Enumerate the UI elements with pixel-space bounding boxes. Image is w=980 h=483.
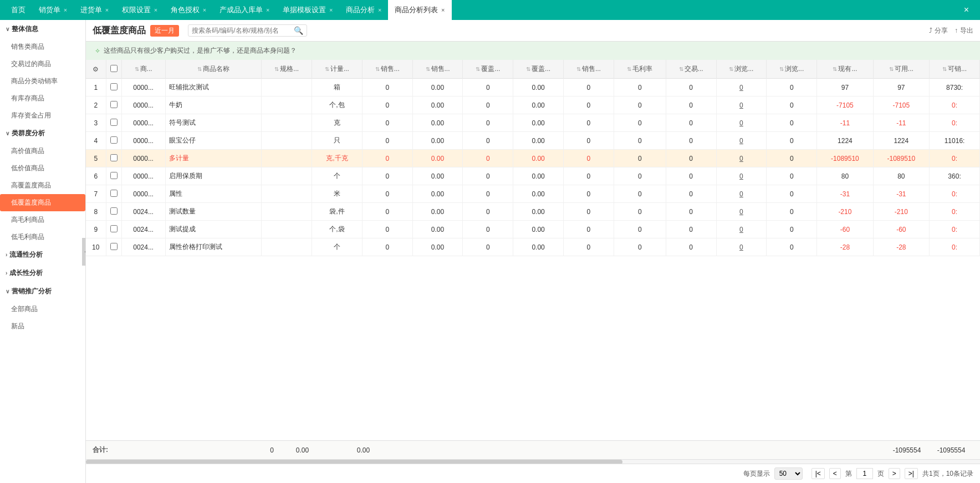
sidebar-item-stock-goods[interactable]: 有库存商品 bbox=[0, 90, 85, 107]
view1-link[interactable]: 0 bbox=[739, 137, 743, 145]
nav-purchase[interactable]: 进货单 × bbox=[74, 0, 115, 20]
sidebar-item-low-profit[interactable]: 低毛利商品 bbox=[0, 228, 85, 246]
view1-link[interactable]: 0 bbox=[739, 84, 743, 91]
cell-view1[interactable]: 0 bbox=[716, 114, 767, 132]
col-stock1[interactable]: ⇅现有... bbox=[817, 60, 873, 79]
view1-link[interactable]: 0 bbox=[739, 243, 743, 251]
cell-view1[interactable]: 0 bbox=[716, 203, 767, 221]
nav-goods-analysis-list[interactable]: 商品分析列表 × bbox=[388, 0, 451, 20]
sidebar-item-stock-capital[interactable]: 库存资金占用 bbox=[0, 107, 85, 124]
row-checkbox[interactable] bbox=[110, 172, 118, 179]
next-page-button[interactable]: > bbox=[889, 468, 900, 479]
cell-view1[interactable]: 0 bbox=[716, 167, 767, 185]
col-stock3[interactable]: ⇅可销... bbox=[930, 60, 980, 79]
horizontal-scrollbar[interactable] bbox=[86, 459, 980, 464]
cell-view1[interactable]: 0 bbox=[716, 96, 767, 114]
sidebar-item-low-coverage[interactable]: 低覆盖度商品 bbox=[0, 194, 85, 211]
settings-icon[interactable]: ⚙ bbox=[93, 65, 99, 73]
cell-view1[interactable]: 0 bbox=[716, 132, 767, 150]
nav-goods-analysis-list-close[interactable]: × bbox=[441, 7, 445, 13]
nav-goods-analysis-close[interactable]: × bbox=[378, 7, 381, 13]
sidebar-item-all-goods[interactable]: 全部商品 bbox=[0, 301, 85, 318]
col-sales1[interactable]: ⇅销售... bbox=[362, 60, 412, 79]
nav-home[interactable]: 首页 bbox=[4, 0, 32, 20]
share-button[interactable]: ⤴ 分享 bbox=[929, 26, 948, 35]
view1-link[interactable]: 0 bbox=[739, 190, 743, 198]
col-unit[interactable]: ⇅计量... bbox=[312, 60, 363, 79]
sidebar-item-sales-goods[interactable]: 销售类商品 bbox=[0, 38, 85, 55]
col-name[interactable]: ⇅商品名称 bbox=[165, 60, 262, 79]
window-close-button[interactable]: × bbox=[957, 0, 976, 20]
col-code[interactable]: ⇅商... bbox=[121, 60, 165, 79]
search-icon[interactable]: 🔍 bbox=[294, 26, 303, 35]
page-number-input[interactable] bbox=[856, 468, 873, 479]
cell-view1[interactable]: 0 bbox=[716, 185, 767, 203]
nav-template[interactable]: 单据模板设置 × bbox=[276, 0, 339, 20]
row-checkbox[interactable] bbox=[110, 225, 118, 232]
prev-page-button[interactable]: < bbox=[829, 468, 841, 479]
sidebar-collapse-button[interactable]: « bbox=[82, 238, 86, 266]
nav-permission[interactable]: 权限设置 × bbox=[115, 0, 164, 20]
nav-template-close[interactable]: × bbox=[329, 7, 333, 13]
row-checkbox[interactable] bbox=[110, 154, 118, 161]
table-wrapper[interactable]: ⚙ ⇅商... ⇅商品名称 ⇅规格... ⇅计量... ⇅销售... ⇅销售..… bbox=[86, 60, 980, 440]
sidebar-section-overall[interactable]: ∨ 整体信息 bbox=[0, 20, 85, 38]
view1-link[interactable]: 0 bbox=[739, 208, 743, 216]
nav-goods-analysis[interactable]: 商品分析 × bbox=[339, 0, 388, 20]
col-stock2[interactable]: ⇅可用... bbox=[873, 60, 929, 79]
nav-product-storage[interactable]: 产成品入库单 × bbox=[213, 0, 276, 20]
row-checkbox[interactable] bbox=[110, 190, 118, 197]
search-input[interactable] bbox=[192, 27, 292, 34]
cell-checkbox bbox=[106, 185, 121, 203]
sidebar-item-traded-goods[interactable]: 交易过的商品 bbox=[0, 55, 85, 73]
nav-product-storage-close[interactable]: × bbox=[266, 7, 269, 13]
view1-link[interactable]: 0 bbox=[739, 155, 743, 162]
row-checkbox[interactable] bbox=[110, 243, 118, 250]
col-sales2[interactable]: ⇅销售... bbox=[412, 60, 463, 79]
view1-link[interactable]: 0 bbox=[739, 119, 743, 127]
sidebar-section-growth-analysis[interactable]: › 成长性分析 bbox=[0, 264, 85, 282]
sidebar-section-flow-analysis[interactable]: › 流通性分析 bbox=[0, 246, 85, 264]
cell-view1[interactable]: 0 bbox=[716, 221, 767, 238]
row-checkbox[interactable] bbox=[110, 136, 118, 144]
select-all-checkbox[interactable] bbox=[110, 65, 118, 72]
nav-sales-close[interactable]: × bbox=[64, 7, 67, 13]
row-checkbox[interactable] bbox=[110, 207, 118, 215]
first-page-button[interactable]: |< bbox=[811, 468, 825, 479]
col-spec[interactable]: ⇅规格... bbox=[262, 60, 312, 79]
view1-link[interactable]: 0 bbox=[739, 172, 743, 180]
page-size-select[interactable]: 50 100 200 bbox=[774, 467, 803, 480]
sidebar-item-high-value[interactable]: 高价值商品 bbox=[0, 143, 85, 160]
col-cover2[interactable]: ⇅覆盖... bbox=[513, 60, 564, 79]
period-button[interactable]: 近一月 bbox=[150, 25, 179, 37]
last-page-button[interactable]: >| bbox=[905, 468, 918, 479]
sidebar-item-high-profit[interactable]: 高毛利商品 bbox=[0, 211, 85, 228]
col-margin[interactable]: ⇅毛利率 bbox=[614, 60, 666, 79]
sidebar-item-new-goods[interactable]: 新品 bbox=[0, 318, 85, 335]
col-trade[interactable]: ⇅交易... bbox=[666, 60, 716, 79]
col-view2[interactable]: ⇅浏览... bbox=[767, 60, 817, 79]
col-cover1[interactable]: ⇅覆盖... bbox=[463, 60, 513, 79]
row-checkbox[interactable] bbox=[110, 83, 118, 90]
sidebar-section-marketing-analysis[interactable]: ∨ 营销推广分析 bbox=[0, 282, 85, 301]
export-button[interactable]: ↑ 导出 bbox=[955, 26, 973, 35]
cell-view1[interactable]: 0 bbox=[716, 150, 767, 167]
col-view1[interactable]: ⇅浏览... bbox=[716, 60, 767, 79]
col-sales3[interactable]: ⇅销售... bbox=[564, 60, 614, 79]
nav-role-close[interactable]: × bbox=[203, 7, 206, 13]
nav-sales[interactable]: 销货单 × bbox=[32, 0, 74, 20]
view1-link[interactable]: 0 bbox=[739, 226, 743, 233]
cell-view1[interactable]: 0 bbox=[716, 79, 767, 96]
sidebar-item-high-coverage[interactable]: 高覆盖度商品 bbox=[0, 177, 85, 194]
row-checkbox[interactable] bbox=[110, 101, 118, 108]
cell-view1[interactable]: 0 bbox=[716, 238, 767, 256]
col-settings[interactable]: ⚙ bbox=[86, 60, 106, 79]
sidebar-section-category-analysis[interactable]: ∨ 类群度分析 bbox=[0, 124, 85, 143]
sidebar-item-category-rate[interactable]: 商品分类动销率 bbox=[0, 73, 85, 90]
nav-purchase-close[interactable]: × bbox=[105, 7, 109, 13]
sidebar-item-low-value[interactable]: 低价值商品 bbox=[0, 160, 85, 177]
view1-link[interactable]: 0 bbox=[739, 101, 743, 109]
row-checkbox[interactable] bbox=[110, 119, 118, 126]
nav-role[interactable]: 角色授权 × bbox=[164, 0, 213, 20]
nav-permission-close[interactable]: × bbox=[154, 7, 157, 13]
